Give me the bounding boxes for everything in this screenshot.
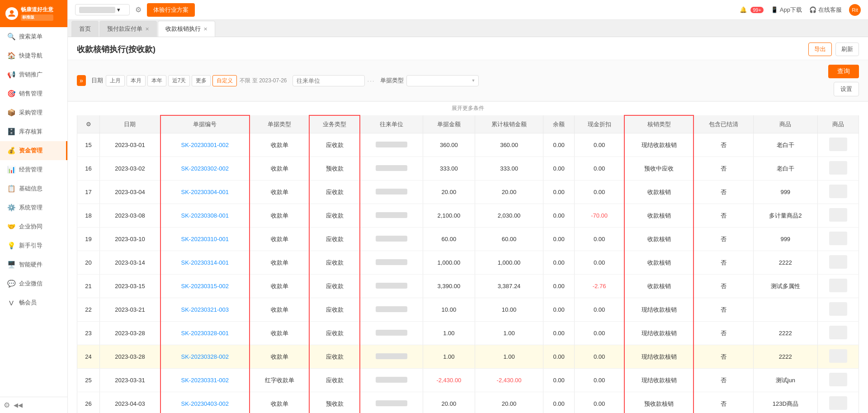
tab-0[interactable]: 首页 xyxy=(71,21,99,37)
sidebar-item-beginner[interactable]: 💡新手引导 xyxy=(0,236,67,255)
sidebar-item-purchase[interactable]: 📦采购管理 xyxy=(0,103,67,122)
cell-biz-type-2: 应收款 xyxy=(309,180,360,204)
page-header: 收款核销执行(按收款) 导出 刷新 xyxy=(68,37,868,60)
table-row: 26 2023-04-03 SK-20230403-002 收款单 预收款 20… xyxy=(77,392,859,413)
unit-input[interactable] xyxy=(292,75,365,86)
col-settings[interactable]: ⚙ xyxy=(77,115,100,133)
settings-icon[interactable]: ⚙ xyxy=(4,401,10,409)
cell-amount-3: 2,100.00 xyxy=(423,204,475,228)
cell-discount-11: 0.00 xyxy=(574,392,624,413)
doc-no-link-2[interactable]: SK-20230304-001 xyxy=(181,189,229,195)
cell-product2-10 xyxy=(817,369,859,392)
doc-no-link-9[interactable]: SK-20230328-002 xyxy=(181,353,229,360)
cell-doc-type-11: 收款单 xyxy=(250,392,309,413)
this-year-btn[interactable]: 本年 xyxy=(147,75,166,86)
cell-biz-type-0: 应收款 xyxy=(309,133,360,157)
sidebar-item-system[interactable]: ⚙️系统管理 xyxy=(0,198,67,217)
cell-balance-3: 0.00 xyxy=(543,204,575,228)
cell-discount-3: -70.00 xyxy=(574,204,624,228)
export-button[interactable]: 导出 xyxy=(808,43,832,56)
doc-no-link-4[interactable]: SK-20230310-001 xyxy=(181,236,229,242)
sidebar-item-inventory[interactable]: 🗄️库存核算 xyxy=(0,122,67,141)
online-service-button[interactable]: 🎧 在线客服 xyxy=(809,6,842,14)
doc-no-link-11[interactable]: SK-20230403-002 xyxy=(181,400,229,407)
main-content: ▾ ⚙ 体验行业方案 🔔 99+ 📱 App下载 🎧 在线客服 Rit 首页预付… xyxy=(68,0,868,413)
col-doc-no: 单据编号 xyxy=(160,115,250,133)
doc-no-link-0[interactable]: SK-20230301-002 xyxy=(181,142,229,148)
tab-2[interactable]: 收款核销执行✕ xyxy=(158,21,215,37)
cell-doc-type-1: 收款单 xyxy=(250,157,309,180)
doc-no-link-7[interactable]: SK-20230321-003 xyxy=(181,306,229,313)
sidebar-label-hardware: 智能硬件 xyxy=(19,261,42,269)
cell-product1-0: 老白干 xyxy=(753,133,817,157)
cell-date-8: 2023-03-28 xyxy=(100,322,160,345)
table-row: 17 2023-03-04 SK-20230304-001 收款单 应收款 20… xyxy=(77,180,859,204)
cell-amount-5: 1,000.00 xyxy=(423,251,475,275)
query-button[interactable]: 查询 xyxy=(828,65,859,78)
sidebar-item-operation[interactable]: 📊经营管理 xyxy=(0,160,67,179)
sidebar-label-member: 畅会员 xyxy=(19,299,37,307)
sidebar-item-basic[interactable]: 📋基础信息 xyxy=(0,179,67,198)
tab-close-2[interactable]: ✕ xyxy=(203,26,208,32)
col-date: 日期 xyxy=(100,115,160,133)
this-month-btn[interactable]: 本月 xyxy=(127,75,146,86)
messages-button[interactable]: 🔔 99+ xyxy=(740,6,764,13)
topbar-selector[interactable]: ▾ xyxy=(75,4,130,15)
app-download-button[interactable]: 📱 App下载 xyxy=(771,6,802,14)
cell-product1-6: 测试多属性 xyxy=(753,275,817,298)
cell-doc-no-10: SK-20230331-002 xyxy=(160,369,250,392)
last-month-btn[interactable]: 上月 xyxy=(106,75,125,86)
cell-no-0: 15 xyxy=(77,133,100,157)
bell-icon: 🔔 xyxy=(740,6,747,13)
tab-close-1[interactable]: ✕ xyxy=(145,26,149,32)
sidebar-item-wechat[interactable]: 💬企业微信 xyxy=(0,274,67,293)
cell-biz-type-4: 应收款 xyxy=(309,228,360,251)
quick-nav-icon: 🏠 xyxy=(7,52,15,60)
sidebar-item-search-menu[interactable]: 🔍搜索菜单 xyxy=(0,27,67,46)
topbar-gear-icon[interactable]: ⚙ xyxy=(133,4,143,16)
sidebar-item-sales[interactable]: 🎯销售管理 xyxy=(0,84,67,103)
doc-no-link-3[interactable]: SK-20230308-001 xyxy=(181,212,229,219)
cell-product1-11: 123D商品 xyxy=(753,392,817,413)
sidebar-label-enterprise: 企业协同 xyxy=(19,223,42,231)
recent-7-btn[interactable]: 近7天 xyxy=(168,75,190,86)
cell-cancel-type-7: 现结收款核销 xyxy=(624,298,693,322)
cell-no-1: 16 xyxy=(77,157,100,180)
sidebar-item-hardware[interactable]: 🖥️智能硬件 xyxy=(0,255,67,274)
table-row: 20 2023-03-14 SK-20230314-001 收款单 应收款 1,… xyxy=(77,251,859,275)
filter-settings-button[interactable]: 设置 xyxy=(834,82,859,96)
collapse-icon[interactable]: ◀◀ xyxy=(14,402,23,408)
sidebar-item-member[interactable]: V畅会员 xyxy=(0,293,67,312)
cell-product1-3: 多计量商品2 xyxy=(753,204,817,228)
cell-biz-type-11: 预收款 xyxy=(309,392,360,413)
sidebar-item-finance[interactable]: 💰资金管理 xyxy=(0,141,67,160)
custom-date-btn[interactable]: 自定义 xyxy=(212,75,237,86)
cell-doc-type-4: 收款单 xyxy=(250,228,309,251)
sidebar-item-enterprise[interactable]: 🤝企业协同 xyxy=(0,217,67,236)
cell-balance-1: 0.00 xyxy=(543,157,575,180)
doc-no-link-8[interactable]: SK-20230328-001 xyxy=(181,330,229,337)
cell-balance-2: 0.00 xyxy=(543,180,575,204)
more-date-btn[interactable]: 更多 xyxy=(192,75,211,86)
user-avatar[interactable]: Rit xyxy=(849,4,861,16)
filter-expand-button[interactable]: » xyxy=(77,75,86,86)
cell-included-2: 否 xyxy=(693,180,753,204)
tab-1[interactable]: 预付款应付单✕ xyxy=(99,21,157,37)
type-select[interactable] xyxy=(406,75,479,86)
cell-date-3: 2023-03-08 xyxy=(100,204,160,228)
sidebar-item-quick-nav[interactable]: 🏠快捷导航 xyxy=(0,46,67,65)
cell-balance-5: 0.00 xyxy=(543,251,575,275)
refresh-button[interactable]: 刷新 xyxy=(835,43,859,56)
cell-balance-4: 0.00 xyxy=(543,228,575,251)
doc-no-link-5[interactable]: SK-20230314-001 xyxy=(181,259,229,266)
solution-button[interactable]: 体验行业方案 xyxy=(147,3,195,17)
cell-product2-8 xyxy=(817,322,859,345)
cell-date-5: 2023-03-14 xyxy=(100,251,160,275)
page-title: 收款核销执行(按收款) xyxy=(77,44,156,55)
sidebar-item-marketing[interactable]: 📢营销推广 xyxy=(0,65,67,84)
doc-no-link-10[interactable]: SK-20230331-002 xyxy=(181,377,229,384)
doc-no-link-1[interactable]: SK-20230302-002 xyxy=(181,165,229,172)
expand-more-row[interactable]: 展开更多条件 xyxy=(68,101,868,115)
cell-cancel-type-2: 收款核销 xyxy=(624,180,693,204)
doc-no-link-6[interactable]: SK-20230315-002 xyxy=(181,283,229,290)
